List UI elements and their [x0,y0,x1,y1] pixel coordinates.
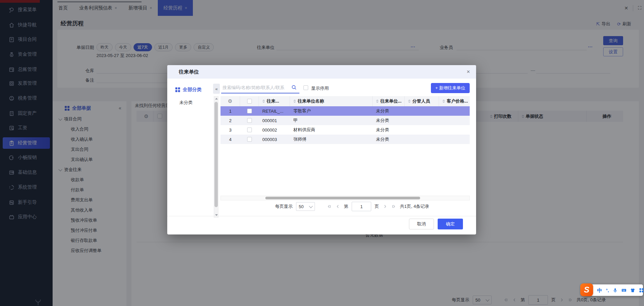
cell-category: 未分类 [373,125,405,135]
row-checkbox-cell[interactable] [240,106,259,116]
table-row[interactable]: 4 000003 张师傅 未分类 [221,135,470,144]
column-label: 往来单位... [380,98,402,104]
cell-category: 未分类 [373,116,405,125]
table-row[interactable]: 2 000001 甲 未分类 [221,116,470,125]
search-icon[interactable] [291,85,297,90]
first-page-button[interactable] [326,204,332,209]
sort-icon[interactable] [376,100,379,103]
per-page-select[interactable]: 50 [296,202,315,211]
modal-title: 往来单位 [179,69,199,75]
divider [167,216,476,216]
sort-icon[interactable] [442,100,445,103]
add-partner-button[interactable]: + 新增往来单位 [431,83,470,93]
show-disabled-label: 显示停用 [311,85,329,91]
row-index: 4 [221,135,240,144]
cell-category: 未分类 [373,135,405,144]
column-price[interactable]: 客户价格... [439,96,470,106]
last-page-button[interactable] [391,204,397,209]
cancel-button[interactable]: 取消 [409,219,434,229]
ime-toolbar: S 中 °, [583,284,643,296]
row-checkbox-cell[interactable] [240,116,259,125]
cell-price [439,135,470,144]
row-checkbox-cell[interactable] [240,125,259,135]
partner-table: ⚙ 往来... 往来单位名称 往来单位... 分管人员 客户价格... 1 RE… [221,96,470,144]
vertical-scrollbar[interactable] [214,96,218,218]
column-code[interactable]: 往来... [259,96,290,106]
scrollbar-thumb[interactable] [265,197,420,199]
cell-name: 甲 [290,116,373,125]
cell-manager [405,116,439,125]
row-index: 3 [221,125,240,135]
column-label: 往来... [267,98,279,104]
page-number-input[interactable] [352,202,371,211]
cell-code: 000003 [259,135,290,144]
horizontal-scrollbar[interactable] [221,196,470,200]
column-manager[interactable]: 分管人员 [405,96,439,106]
modal-header: 往来单位 [167,65,476,79]
column-label: 分管人员 [412,98,430,104]
pagination-summary: 共1页, 4条记录 [400,203,429,210]
category-item-uncategorized[interactable]: 未分类 [179,100,193,106]
column-name[interactable]: 往来单位名称 [290,96,373,106]
cell-name: 张师傅 [290,135,373,144]
column-category[interactable]: 往来单位... [373,96,405,106]
category-header-label: 全部分类 [183,87,202,93]
grid-icon [175,87,180,92]
sort-icon[interactable] [262,100,265,103]
row-index: 2 [221,116,240,125]
column-label: 客户价格... [447,98,468,104]
app-root: 搜索菜单 快捷导航 项目合同 资金管理 总账管理 发票管理 税务管理 固定资产 [0,0,644,306]
prev-page-button[interactable] [335,204,341,209]
ime-punctuation-toggle[interactable]: °, [606,288,609,293]
modal-close-icon[interactable]: × [467,68,470,75]
cell-code: 000001 [259,116,290,125]
next-page-button[interactable] [382,204,388,209]
cell-price [439,125,470,135]
per-page-label: 每页显示 [275,203,293,210]
table-row[interactable]: 1 RETAIL_... 零散客户 未分类 [221,106,470,116]
cell-category: 未分类 [373,106,405,116]
row-checkbox[interactable] [247,128,252,132]
scroll-up-icon[interactable] [215,98,218,100]
partner-table-header: ⚙ 往来... 往来单位名称 往来单位... 分管人员 客户价格... [221,96,470,106]
cell-name: 材料供应商 [290,125,373,135]
column-settings[interactable]: ⚙ [221,96,240,106]
cell-manager [405,125,439,135]
confirm-button[interactable]: 确定 [438,219,463,229]
column-select[interactable] [240,96,259,106]
scrollbar-thumb[interactable] [214,102,218,207]
select-all-checkbox[interactable] [247,99,252,104]
chevron-down-icon [309,204,313,208]
cell-manager [405,135,439,144]
cell-price [439,106,470,116]
search-input[interactable] [221,82,299,93]
keyboard-icon[interactable] [621,288,626,293]
per-page-value: 50 [299,204,303,209]
row-checkbox[interactable] [247,137,252,142]
gear-icon[interactable]: ⚙ [228,98,232,104]
row-checkbox[interactable] [247,118,252,123]
microphone-icon[interactable] [613,288,618,293]
skin-shirt-icon[interactable] [630,288,635,293]
cell-code: RETAIL_... [259,106,290,116]
sogou-logo-icon[interactable]: S [580,283,593,296]
cell-code: 000002 [259,125,290,135]
show-disabled-checkbox[interactable] [303,85,308,90]
toolbox-grid-icon[interactable] [639,288,644,293]
page-suffix: 页 [375,203,379,210]
modal-pagination: 每页显示 50 第 页 共1页, 4条记录 [275,202,429,211]
partner-picker-modal: 往来单位 × 全部分类 未分类 « 显示停用 + 新增往来单位 ⚙ 往来... … [167,65,476,234]
ime-mode-toggle[interactable]: 中 [597,288,602,293]
sort-icon[interactable] [293,100,296,103]
page-prefix: 第 [344,203,348,210]
collapse-panel-icon[interactable]: « [213,84,220,94]
cell-manager [405,106,439,116]
cell-price [439,116,470,125]
category-panel-header[interactable]: 全部分类 [175,87,202,93]
row-checkbox-cell[interactable] [240,135,259,144]
column-label: 往来单位名称 [298,98,324,104]
sort-icon[interactable] [408,100,411,103]
table-row[interactable]: 3 000002 材料供应商 未分类 [221,125,470,135]
row-index: 1 [221,106,240,116]
row-checkbox[interactable] [247,109,252,113]
